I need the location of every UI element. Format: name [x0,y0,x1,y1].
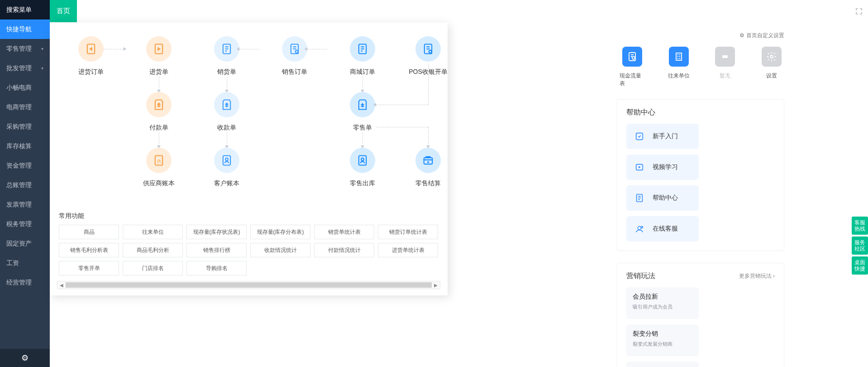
flow-purchase-receipt[interactable]: 进货单 [125,36,193,76]
help-label: 帮助中心 [653,194,678,202]
svg-point-16 [632,57,635,59]
help-icon [633,130,646,143]
flow-retail-settle[interactable]: 零售结算 [394,148,462,188]
common-func-button-6[interactable]: 销售毛利分析表 [59,243,119,257]
horizontal-scrollbar[interactable]: ◀ ▶ [57,281,440,289]
tab-home[interactable]: 首页 [50,0,77,22]
sidebar-item-1[interactable]: 快捷导航 [0,19,50,39]
help-center-panel: 帮助中心 新手入门视频学习帮助中心在线客服 [617,99,784,251]
scroll-track[interactable] [66,282,432,288]
sidebar-item-7[interactable]: 库存核算 [0,136,50,156]
sidebar-item-label: 固定资产 [6,240,32,248]
quick-access-label: 往来单位 [668,72,690,80]
quick-access-label: 设置 [766,72,777,80]
fullscreen-button[interactable] [850,0,868,22]
gear-icon: ⚙ [21,353,29,363]
right-column: 首页自定义设置 现金流量表往来单位暂无设置 帮助中心 新手入门视频学习帮助中心在… [617,32,784,367]
flow-customer-ledger[interactable]: 客户账本 [193,148,261,188]
quick-access-1[interactable]: 往来单位 [666,47,692,87]
common-func-button-4[interactable]: 销货单统计表 [314,225,374,239]
sidebar-item-3[interactable]: 批发管理▾ [0,58,50,78]
sidebar-item-2[interactable]: 零售管理▾ [0,39,50,58]
common-func-button-7[interactable]: 商品毛利分析 [123,243,183,257]
help-icon [633,222,646,236]
sidebar-item-4[interactable]: 小畅电商 [0,78,50,97]
common-func-button-2[interactable]: 现存量(库存状况表) [186,225,247,239]
sidebar-item-5[interactable]: 电商管理 [0,97,50,117]
sidebar-item-8[interactable]: 资金管理 [0,156,50,175]
sidebar-item-11[interactable]: 税务管理 [0,214,50,234]
marketing-panel: 营销玩法 更多营销玩法 会员拉新吸引用户成为会员裂变分销裂变式发展分销商直播卖货… [617,263,784,367]
help-icon [633,160,646,174]
chevron-down-icon: ▾ [41,66,43,71]
common-func-button-9[interactable]: 收款情况统计 [250,243,310,257]
help-label: 新手入门 [653,132,678,140]
sidebar-item-label: 快捷导航 [6,25,32,34]
help-tile-3[interactable]: 在线客服 [626,216,699,241]
common-func-button-0[interactable]: 商品 [59,225,119,239]
sidebar-item-label: 经营管理 [6,279,32,287]
sidebar-item-0[interactable]: 搜索菜单 [0,0,50,19]
common-func-button-11[interactable]: 进货单统计表 [378,243,438,257]
sidebar-item-9[interactable]: 总账管理 [0,175,50,195]
flow-pos-open[interactable]: POS收银开单 [394,36,462,76]
marketing-more-link[interactable]: 更多营销玩法 [739,272,775,280]
help-tile-1[interactable]: 视频学习 [626,155,699,180]
sidebar-item-12[interactable]: 固定资产 [0,234,50,253]
sidebar-item-label: 库存核算 [6,142,32,150]
flow-sales-order[interactable]: 销售订单 [261,36,329,76]
promo-tile-2[interactable]: 直播卖货场景式购物新玩法 [626,362,699,367]
help-tile-0[interactable]: 新手入门 [626,124,699,149]
common-func-button-5[interactable]: 销货订单统计表 [378,225,438,239]
common-func-button-14[interactable]: 导购排名 [186,261,247,275]
sidebar-settings-button[interactable]: ⚙ [0,349,50,367]
sidebar-item-6[interactable]: 采购管理 [0,117,50,136]
flow-sales-bill[interactable]: 销货单 [193,36,261,76]
scroll-right-arrow[interactable]: ▶ [432,283,440,288]
flow-mall-order[interactable]: 商城订单 [329,36,396,76]
common-functions-title: 常用功能 [59,212,440,220]
process-flow: 进货订单 进货单 销货单 销售订单 商城订单 POS收银开单 付款单 收款单 零… [57,36,440,208]
scroll-left-arrow[interactable]: ◀ [57,283,66,288]
sidebar-item-14[interactable]: 经营管理 [0,273,50,292]
quick-access-2[interactable]: 暂无 [712,47,738,87]
flow-receipt[interactable]: 收款单 [193,92,261,132]
sidebar-item-10[interactable]: 发票管理 [0,195,50,214]
flow-payment[interactable]: 付款单 [125,92,193,132]
help-tile-2[interactable]: 帮助中心 [626,185,699,211]
chevron-down-icon: ▾ [41,46,43,51]
flow-retail[interactable]: 零售单 [329,92,396,132]
float-button-0[interactable]: 客服热线 [852,217,868,235]
svg-rect-18 [722,55,728,58]
common-func-button-12[interactable]: 零售开单 [59,261,119,275]
promo-tile-0[interactable]: 会员拉新吸引用户成为会员 [626,287,699,319]
svg-rect-14 [424,158,433,164]
float-button-2[interactable]: 桌面快捷 [852,256,868,275]
promo-subtitle: 裂变式发展分销商 [633,341,692,348]
quick-access-row: 现金流量表往来单位暂无设置 [617,47,784,87]
marketing-title: 营销玩法 [626,271,655,281]
sidebar-item-label: 发票管理 [6,201,32,209]
svg-rect-17 [676,53,682,60]
quick-access-0[interactable]: 现金流量表 [620,47,645,87]
flow-retail-out[interactable]: 零售出库 [329,148,396,188]
common-func-button-3[interactable]: 现存量(库存分布表) [250,225,310,239]
float-button-1[interactable]: 服务社区 [852,237,868,255]
common-func-button-8[interactable]: 销售排行榜 [186,243,247,257]
promo-tile-1[interactable]: 裂变分销裂变式发展分销商 [626,324,699,356]
building-icon [669,47,689,67]
common-func-button-10[interactable]: 付款情况统计 [314,243,374,257]
svg-point-11 [225,158,228,161]
flow-purchase-order[interactable]: 进货订单 [57,36,125,76]
common-func-button-1[interactable]: 往来单位 [123,225,183,239]
common-func-button-13[interactable]: 门店排名 [123,261,183,275]
help-center-title: 帮助中心 [626,108,775,117]
doc-icon [622,47,642,67]
flow-supplier-ledger[interactable]: 供供应商账本 [125,148,193,188]
home-custom-settings-link[interactable]: 首页自定义设置 [617,32,784,39]
icon-icon [715,47,735,67]
quick-access-3[interactable]: 设置 [759,47,785,87]
sidebar-item-13[interactable]: 工资 [0,253,50,273]
help-icon [633,191,646,205]
svg-point-19 [770,55,773,58]
